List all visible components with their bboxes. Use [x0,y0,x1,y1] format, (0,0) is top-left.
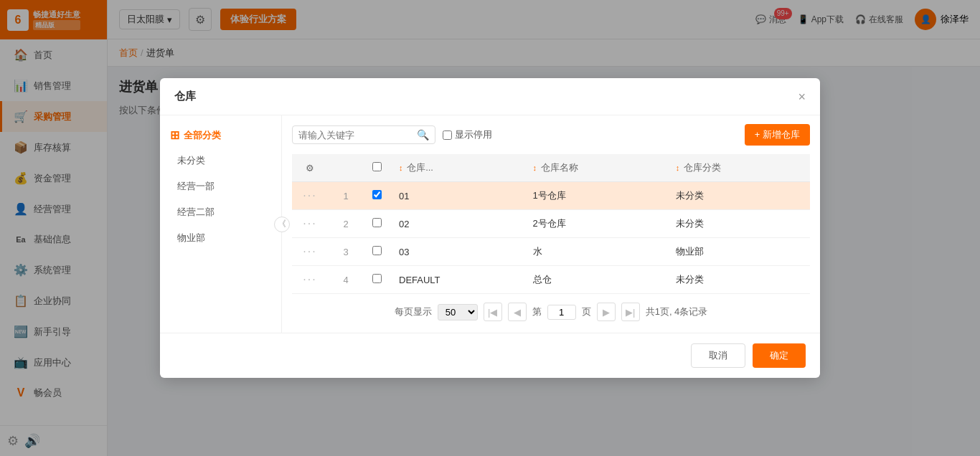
table-panel: 🔍 显示停用 + 新增仓库 [282,115,820,333]
page-text-label: 第 [532,305,542,318]
row-code: 02 [390,210,524,238]
table-row[interactable]: ··· 4 DEFAULT 总仓 未分类 [292,266,810,294]
row-checkbox-cell[interactable] [364,238,390,266]
row-name: 总仓 [524,266,667,294]
row-checkbox-cell[interactable] [364,182,390,210]
table-search-bar: 🔍 显示停用 + 新增仓库 [292,124,810,146]
sort-icon-cat: ↕ [676,163,680,172]
modal-header: 仓库 × [160,78,820,115]
category-item-unclassified[interactable]: 未分类 [160,148,281,174]
col-header-name[interactable]: ↕ 仓库名称 [524,154,667,182]
table-row[interactable]: ··· 3 03 水 物业部 [292,238,810,266]
row-dots-icon[interactable]: ··· [303,273,316,285]
row-dots-icon[interactable]: ··· [303,245,316,257]
row-index: 2 [328,210,364,238]
warehouse-table: ⚙ ↕ 仓库... [292,154,810,294]
col-header-category[interactable]: ↕ 仓库分类 [667,154,810,182]
row-category: 未分类 [667,266,810,294]
row-dots-icon[interactable]: ··· [303,217,316,229]
category-item-dept1[interactable]: 经营一部 [160,174,281,199]
modal-body: ⊞ 全部分类 未分类 经营一部 经营二部 物业部 《 🔍 [160,115,820,333]
row-checkbox[interactable] [372,274,382,283]
row-category: 物业部 [667,238,810,266]
show-disabled-check[interactable] [443,130,452,140]
row-code: 01 [390,182,524,210]
modal-close-button[interactable]: × [798,90,806,103]
category-item-property[interactable]: 物业部 [160,225,281,251]
row-actions[interactable]: ··· [292,182,328,210]
col-header-gear: ⚙ [292,154,328,182]
row-checkbox[interactable] [372,246,382,255]
show-disabled-checkbox[interactable]: 显示停用 [443,128,492,141]
row-name: 2号仓库 [524,210,667,238]
col-header-index [328,154,364,182]
sort-icon: ↕ [399,163,403,172]
row-name: 水 [524,238,667,266]
modal-footer: 取消 确定 [160,333,820,378]
category-panel: ⊞ 全部分类 未分类 经营一部 经营二部 物业部 《 [160,115,282,333]
table-row[interactable]: ··· 1 01 1号仓库 未分类 [292,182,810,210]
row-code: DEFAULT [390,266,524,294]
row-index: 3 [328,238,364,266]
cancel-button[interactable]: 取消 [691,343,745,368]
row-dots-icon[interactable]: ··· [303,189,316,201]
modal-title: 仓库 [174,90,196,103]
page-next-button[interactable]: ▶ [597,303,616,321]
table-scroll: ⚙ ↕ 仓库... [292,154,810,294]
select-all-checkbox[interactable] [372,162,382,171]
category-item-dept2[interactable]: 经营二部 [160,199,281,225]
new-warehouse-button[interactable]: + 新增仓库 [745,124,810,146]
modal-overlay: 仓库 × ⊞ 全部分类 未分类 经营一部 经营二部 物业部 《 [0,0,980,456]
row-checkbox[interactable] [372,218,382,227]
collapse-panel-button[interactable]: 《 [274,217,290,232]
per-page-label: 每页显示 [395,305,432,318]
row-category: 未分类 [667,182,810,210]
page-last-button[interactable]: ▶| [621,303,640,321]
grid-icon: ⊞ [170,128,179,142]
main-area: 日太阳膜 ▾ ⚙ 体验行业方案 💬 消息 99+ 📱 App下载 🎧 在线客服 … [108,0,980,456]
row-index: 4 [328,266,364,294]
col-header-code[interactable]: ↕ 仓库... [390,154,524,182]
search-input-wrap[interactable]: 🔍 [292,125,435,144]
row-category: 未分类 [667,210,810,238]
sort-icon-name: ↕ [533,163,537,172]
row-checkbox-cell[interactable] [364,210,390,238]
row-index: 1 [328,182,364,210]
page-prev-button[interactable]: ◀ [508,303,527,321]
page-first-button[interactable]: |◀ [484,303,502,321]
row-code: 03 [390,238,524,266]
page-number-input[interactable] [547,305,576,320]
row-actions[interactable]: ··· [292,238,328,266]
row-checkbox-cell[interactable] [364,266,390,294]
row-name: 1号仓库 [524,182,667,210]
table-row[interactable]: ··· 2 02 2号仓库 未分类 [292,210,810,238]
search-icon[interactable]: 🔍 [417,129,429,141]
pagination-bar: 每页显示 50 100 200 |◀ ◀ 第 页 ▶ ▶| 共1页, [292,294,810,324]
per-page-select[interactable]: 50 100 200 [438,304,478,320]
col-header-check [364,154,390,182]
confirm-button[interactable]: 确定 [753,343,806,368]
row-actions[interactable]: ··· [292,210,328,238]
page-unit-label: 页 [582,305,591,318]
row-actions[interactable]: ··· [292,266,328,294]
gear-icon: ⚙ [306,163,314,174]
row-checkbox[interactable] [372,190,382,199]
search-input[interactable] [298,130,414,141]
warehouse-modal: 仓库 × ⊞ 全部分类 未分类 经营一部 经营二部 物业部 《 [160,78,820,378]
total-info: 共1页, 4条记录 [646,305,708,318]
all-category-item[interactable]: ⊞ 全部分类 [160,123,281,148]
